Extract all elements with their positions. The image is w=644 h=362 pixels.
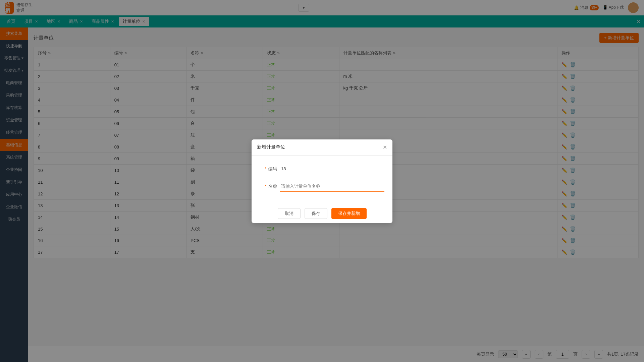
add-unit-modal: 新增计量单位 ✕ * 编码 * 名称 取消 保存 保存并新增 xyxy=(252,139,392,223)
code-required-mark: * xyxy=(265,166,266,171)
code-input[interactable] xyxy=(280,164,384,174)
code-form-row: * 编码 xyxy=(260,164,384,174)
modal-body: * 编码 * 名称 xyxy=(252,156,392,204)
name-label: * 名称 xyxy=(260,183,280,189)
name-form-row: * 名称 xyxy=(260,181,384,192)
save-and-new-button[interactable]: 保存并新增 xyxy=(331,208,367,219)
name-input[interactable] xyxy=(280,181,384,192)
save-button[interactable]: 保存 xyxy=(305,208,327,219)
modal-overlay: 新增计量单位 ✕ * 编码 * 名称 取消 保存 保存并新增 xyxy=(0,0,644,362)
modal-title: 新增计量单位 xyxy=(257,144,285,150)
modal-close-btn[interactable]: ✕ xyxy=(383,144,387,150)
cancel-button[interactable]: 取消 xyxy=(278,208,301,219)
code-label: * 编码 xyxy=(260,166,280,172)
modal-footer: 取消 保存 保存并新增 xyxy=(252,204,392,223)
name-required-mark: * xyxy=(265,184,266,189)
modal-header: 新增计量单位 ✕ xyxy=(252,139,392,156)
